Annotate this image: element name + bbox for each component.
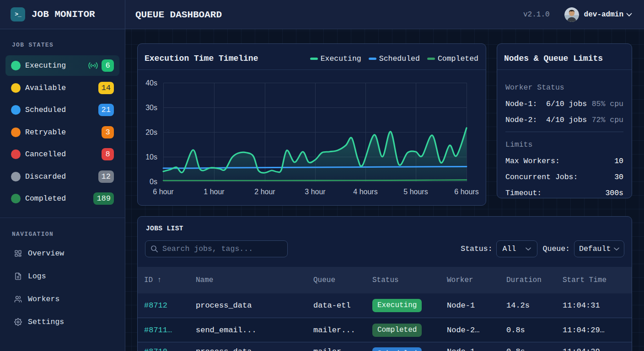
svg-text:20s: 20s [145, 128, 157, 136]
svg-text:10s: 10s [145, 153, 157, 161]
svg-text:30s: 30s [145, 104, 157, 112]
svg-text:0s: 0s [150, 178, 157, 186]
svg-text:6 hour: 6 hour [153, 188, 174, 196]
svg-text:4 hours: 4 hours [353, 188, 377, 196]
svg-text:5 hours: 5 hours [403, 188, 428, 196]
svg-text:6 hours: 6 hours [454, 188, 478, 196]
svg-text:2 hour: 2 hour [254, 188, 275, 196]
svg-text:1 hour: 1 hour [204, 188, 225, 196]
svg-text:3 hour: 3 hour [305, 188, 326, 196]
svg-text:40s: 40s [145, 79, 157, 87]
